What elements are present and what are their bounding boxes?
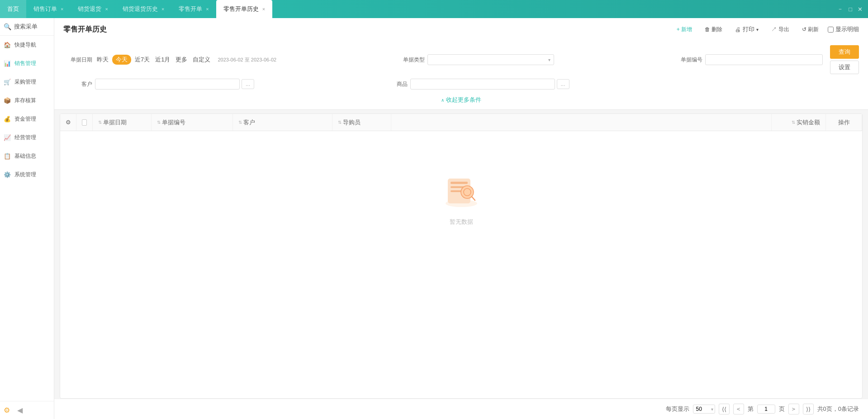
sidebar-item-purchase-mgmt[interactable]: 🛒 采购管理: [0, 73, 54, 91]
svg-rect-4: [451, 190, 462, 192]
sidebar-item-operations[interactable]: 📈 经营管理: [0, 128, 54, 147]
date-btn-yesterday[interactable]: 昨天: [95, 55, 110, 64]
th-customer[interactable]: ⇅ 客户: [233, 114, 332, 131]
settings-column-icon: ⚙: [66, 119, 71, 126]
tab-sales-return-history[interactable]: 销货退货历史 ×: [115, 0, 171, 18]
display-label: 显示明细: [835, 25, 859, 33]
display-checkbox[interactable]: [828, 27, 834, 33]
operations-icon: 📈: [4, 134, 11, 141]
th-customer-label: 客户: [243, 118, 255, 127]
th-number[interactable]: ⇅ 单据编号: [152, 114, 233, 131]
page-first-btn[interactable]: ⟨⟨: [719, 404, 730, 414]
sys-mgmt-icon: ⚙️: [4, 171, 11, 178]
th-guide[interactable]: ⇅ 导购员: [332, 114, 391, 131]
tab-home[interactable]: 首页: [0, 0, 26, 18]
more-conditions-toggle[interactable]: ∧ 收起更多条件: [63, 94, 859, 108]
pagination-bar: 每页显示 50 10 20 100 ▾ ⟨⟨ ＜ 第 页 ＞ ⟩⟩ 共0页，0条…: [54, 399, 868, 419]
tab-sales-return-label: 销货退货: [78, 5, 101, 13]
doc-type-filter-label: 单据类型: [396, 56, 427, 64]
date-btn-custom[interactable]: 自定义: [191, 55, 212, 64]
date-btn-7days[interactable]: 近7天: [133, 55, 152, 64]
content-area: 零售开单历史 + 新增 🗑 删除 🖨 打印 ▾ ↗ 导出 ↺ 刷新 显示明细: [54, 18, 868, 419]
query-button[interactable]: 查询: [830, 45, 859, 59]
total-info: 共0页，0条记录: [817, 405, 859, 413]
main-layout: 🔍 搜索采单 🏠 快捷导航 📊 销售管理 🛒 采购管理 📦 库存核算 💰 资金管…: [0, 18, 868, 419]
tab-retail-open-close[interactable]: ×: [206, 6, 209, 12]
th-date-label: 单据日期: [103, 118, 127, 127]
add-button[interactable]: + 新增: [673, 24, 696, 35]
table-header: ⚙ ⇅ 单据日期 ⇅ 单据编号 ⇅ 客户 ⇅: [60, 114, 862, 131]
th-settings[interactable]: ⚙: [60, 114, 76, 131]
customer-filter-label: 客户: [63, 80, 95, 88]
page-label: 第: [748, 405, 754, 413]
toolbar: + 新增 🗑 删除 🖨 打印 ▾ ↗ 导出 ↺ 刷新 显示明细: [673, 24, 859, 35]
customer-input[interactable]: [95, 79, 240, 89]
goods-filter-label: 商品: [379, 80, 410, 88]
date-btn-today[interactable]: 今天: [112, 55, 131, 65]
print-arrow-icon: ▾: [756, 27, 759, 32]
th-checkbox[interactable]: [76, 114, 93, 131]
window-maximize-btn[interactable]: □: [849, 6, 852, 13]
date-shortcuts: 昨天 今天 近7天 近1月 更多 自定义 2023-06-02 至 2023-0…: [95, 55, 276, 65]
th-number-label: 单据编号: [162, 118, 185, 127]
empty-icon: [439, 167, 484, 212]
customer-ellipsis-btn[interactable]: ...: [242, 79, 254, 89]
filter-area: 单据日期 昨天 今天 近7天 近1月 更多 自定义 2023-06-02 至 2…: [63, 41, 859, 109]
sidebar-item-quick-nav-label: 快捷导航: [14, 41, 36, 49]
sidebar-item-sales-mgmt[interactable]: 📊 销售管理: [0, 54, 54, 73]
settings-button[interactable]: 设置: [830, 61, 859, 74]
page-prev-btn[interactable]: ＜: [733, 404, 744, 414]
sidebar-search[interactable]: 🔍 搜索采单: [0, 18, 54, 36]
per-page-select[interactable]: 50 10 20 100: [693, 405, 715, 414]
th-guide-label: 导购员: [343, 118, 360, 127]
sidebar-item-sys-mgmt[interactable]: ⚙️ 系统管理: [0, 165, 54, 184]
date-filter-label: 单据日期: [63, 56, 95, 64]
page-last-btn[interactable]: ⟩⟩: [803, 404, 814, 414]
empty-text: 暂无数据: [450, 218, 473, 226]
inventory-icon: 📦: [4, 97, 11, 104]
window-minimize-btn[interactable]: －: [837, 5, 843, 13]
sidebar-settings-icon[interactable]: ⚙: [4, 406, 10, 414]
tab-retail-open-history[interactable]: 零售开单历史 ×: [216, 0, 272, 18]
sidebar-collapse-icon[interactable]: ◀: [17, 406, 23, 414]
sidebar-item-basic-info[interactable]: 📋 基础信息: [0, 147, 54, 165]
th-date[interactable]: ⇅ 单据日期: [93, 114, 152, 131]
refresh-button[interactable]: ↺ 刷新: [798, 24, 822, 35]
tab-sales-order-close[interactable]: ×: [61, 6, 63, 12]
tab-sales-return-history-close[interactable]: ×: [161, 6, 164, 12]
goods-input[interactable]: [410, 79, 555, 89]
svg-line-7: [472, 197, 475, 200]
sidebar-item-inventory[interactable]: 📦 库存核算: [0, 91, 54, 110]
date-btn-1month[interactable]: 近1月: [153, 55, 172, 64]
date-btn-more[interactable]: 更多: [174, 55, 189, 64]
th-action: 操作: [826, 114, 862, 131]
page-title: 零售开单历史: [63, 25, 107, 34]
page-number-input[interactable]: [757, 405, 775, 414]
empty-state: 暂无数据: [60, 131, 862, 253]
doc-number-input[interactable]: [705, 54, 823, 65]
delete-button[interactable]: 🗑 删除: [701, 24, 726, 35]
tab-retail-open-label: 零售开单: [179, 5, 202, 13]
export-button[interactable]: ↗ 导出: [768, 24, 792, 35]
print-button[interactable]: 🖨 打印 ▾: [731, 24, 762, 35]
sidebar-item-sales-mgmt-label: 销售管理: [14, 60, 36, 67]
tab-sales-order[interactable]: 销售订单 ×: [26, 0, 71, 18]
sort-date-icon: ⇅: [98, 120, 102, 125]
tab-retail-open[interactable]: 零售开单 ×: [171, 0, 216, 18]
doc-type-select[interactable]: [427, 54, 554, 65]
more-conditions-label: 收起更多条件: [446, 96, 481, 104]
tab-retail-open-history-close[interactable]: ×: [262, 6, 265, 12]
sidebar-item-finance[interactable]: 💰 资金管理: [0, 110, 54, 128]
display-toggle[interactable]: 显示明细: [828, 25, 859, 33]
goods-ellipsis-btn[interactable]: ...: [557, 79, 569, 89]
print-label: 打印: [743, 25, 754, 33]
sidebar-item-operations-label: 经营管理: [14, 134, 36, 141]
select-all-checkbox[interactable]: [82, 119, 87, 126]
th-middle: [391, 114, 772, 131]
tab-sales-return[interactable]: 销货退货 ×: [71, 0, 115, 18]
sidebar-item-quick-nav[interactable]: 🏠 快捷导航: [0, 36, 54, 54]
th-amount[interactable]: ⇅ 实销金额: [772, 114, 826, 131]
page-next-btn[interactable]: ＞: [788, 404, 799, 414]
window-close-btn[interactable]: ✕: [858, 6, 863, 13]
tab-sales-return-close[interactable]: ×: [105, 6, 108, 12]
